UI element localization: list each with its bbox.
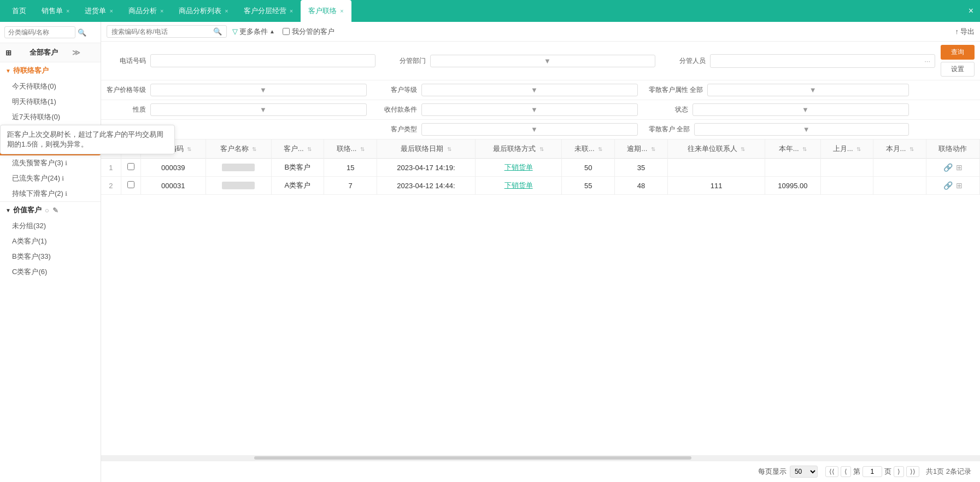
tab-product-analysis-list[interactable]: 商品分析列表 × [171,0,236,22]
row-checkbox[interactable] [127,163,134,170]
sidebar-item-today-pending[interactable]: 今天待联络(0) [0,79,101,94]
edit-icon[interactable]: ○ [45,206,49,214]
per-page-select[interactable]: 50 100 200 [790,466,818,478]
filter-item-status: 状态 ▼ [649,103,909,116]
action-link-icon[interactable]: 🔗 [943,163,953,172]
sort-icon-unit[interactable]: ⇅ [741,146,745,152]
sort-icon-lastmonth[interactable]: ⇅ [856,146,861,152]
page-number-input[interactable] [862,466,882,477]
close-product-analysis-list-tab[interactable]: × [225,8,228,14]
sort-icon-method[interactable]: ⇅ [539,146,544,152]
close-product-analysis-tab[interactable]: × [160,8,163,14]
tab-product-analysis[interactable]: 商品分析 × [121,0,171,22]
close-customer-tier-tab[interactable]: × [290,8,293,14]
sort-icon-year[interactable]: ⇅ [802,146,807,152]
sidebar-item-tomorrow-pending[interactable]: 明天待联络(1) [0,94,101,109]
sort-icon-type[interactable]: ⇅ [307,146,312,152]
sidebar-item-loss-warning[interactable]: 流失预警客户(3) ℹ [0,155,101,171]
pending-section-header[interactable]: ▼ 待联络客户 [0,62,101,79]
last-contact-method-link[interactable]: 下销货单 [504,163,533,171]
table-header-row: ⚙ 客户编码 ⇅ 客户名称 ⇅ [101,140,980,159]
sidebar-item-lost-customers[interactable]: 已流失客户(24) ℹ [0,171,101,186]
row-type-cell: A类客户 [271,177,324,195]
row-this-month-cell [873,177,926,195]
sort-icon-contact[interactable]: ⇅ [360,146,365,152]
sidebar-search-input[interactable] [4,26,75,38]
sidebar-item-7day-pending[interactable]: 近7天待联络(0) [0,109,101,125]
chevron-down-icon4: ▼ [809,86,904,94]
my-customers-checkbox-area[interactable]: 我分管的客户 [283,27,335,37]
sidebar-item-a-class[interactable]: A类客户(1) [0,234,101,249]
content-area: 🔍 ▽ 更多条件 ▲ 我分管的客户 ↑ 导出 电话号码 [101,22,980,482]
export-button[interactable]: ↑ 导出 [955,27,975,37]
search-button[interactable]: 🔍 [213,27,222,36]
filter-manager-input[interactable]: ··· [710,54,935,68]
row-checkbox[interactable] [127,181,134,188]
sort-icon-date[interactable]: ⇅ [447,146,451,152]
col-last-contact-method: 最后联络方式 ⇅ [475,140,562,159]
sort-icon-name[interactable]: ⇅ [252,146,256,152]
col-overdue: 逾期... ⇅ [615,140,668,159]
sidebar-collapse-button[interactable]: ≫ [72,48,80,57]
action-link-icon[interactable]: 🔗 [943,181,953,190]
filter-item-payment-terms: 收付款条件 ▼ [378,103,638,116]
tab-home[interactable]: 首页 [4,0,34,22]
chevron-down-icon5: ▼ [260,106,362,114]
row-checkbox-cell[interactable] [121,159,140,177]
total-records: 共1页 2条记录 [926,467,971,477]
tab-purchase[interactable]: 进货单 × [77,0,120,22]
last-page-button[interactable]: ⟩⟩ [906,466,919,477]
settings-button[interactable]: 设置 [941,62,975,77]
sidebar-item-c-class[interactable]: C类客户(6) [0,264,101,280]
filter-select-retail-customer[interactable]: ▼ [694,123,909,136]
search-input[interactable] [112,28,213,36]
my-customers-checkbox[interactable] [283,28,290,35]
sort-icon-uncontacted[interactable]: ⇅ [598,146,602,152]
filter-select-customer-type[interactable]: ▼ [421,123,638,136]
filter-item-customer-tier: 客户等级 ▼ [378,84,638,96]
tab-sales[interactable]: 销售单 × [34,0,77,22]
row-checkbox-cell[interactable] [121,177,140,195]
sort-icon-overdue[interactable]: ⇅ [651,146,655,152]
next-page-button[interactable]: ⟩ [894,466,904,477]
scrollbar-thumb[interactable] [254,456,691,460]
window-close-button[interactable]: × [969,6,973,16]
filter-row-4: ··· 客户类型 ▼ 零散客户 全部 ▼ [101,120,980,139]
query-button[interactable]: 查询 [941,45,975,60]
dots-icon: ··· [924,57,930,65]
sort-icon-code[interactable]: ⇅ [187,146,191,152]
top-navigation: 首页 销售单 × 进货单 × 商品分析 × 商品分析列表 × 客户分层经营 × … [0,0,980,22]
row-name-cell [206,159,272,177]
row-overdue-cell: 35 [615,159,668,177]
customer-name-blurred [222,164,255,171]
filter-select-status[interactable]: ▼ [693,103,909,116]
value-customer-section-header[interactable]: ▼ 价值客户 ○ ✎ [0,201,101,218]
filter-select-customer-tier[interactable]: ▼ [421,84,638,96]
close-sales-tab[interactable]: × [66,8,69,14]
close-purchase-tab[interactable]: × [109,8,113,14]
row-uncontacted-cell: 50 [562,159,615,177]
action-grid-icon[interactable]: ⊞ [956,163,963,172]
filter-select-payment-terms[interactable]: ▼ [421,103,638,116]
prev-page-button[interactable]: ⟨ [841,466,851,477]
filter-select-department[interactable]: ▼ [430,55,655,67]
sidebar-item-ungrouped[interactable]: 未分组(32) [0,218,101,234]
tab-customer-contact[interactable]: 客户联络 × [301,0,351,22]
filter-select-nature[interactable]: ▼ [150,103,367,116]
first-page-button[interactable]: ⟨⟨ [825,466,838,477]
value-customer-label: 价值客户 [13,205,42,215]
filter-select-retail-attr[interactable]: ▼ [707,84,909,96]
edit-icon2[interactable]: ✎ [52,206,58,214]
filter-select-price-tier[interactable]: ▼ [150,84,367,96]
filter-input-phone[interactable] [150,54,375,67]
more-conditions-button[interactable]: ▽ 更多条件 ▲ [232,27,275,37]
action-grid-icon[interactable]: ⊞ [956,181,963,190]
close-customer-contact-tab[interactable]: × [340,8,343,14]
sort-icon-thismonth[interactable]: ⇅ [909,146,914,152]
sidebar-item-declining-customers[interactable]: 持续下滑客户(2) ℹ [0,186,101,201]
sidebar-item-b-class[interactable]: B类客户(33) [0,249,101,264]
horizontal-scrollbar[interactable] [101,455,980,461]
last-contact-method-link[interactable]: 下销货单 [504,181,533,189]
sidebar-search-icon[interactable]: 🔍 [78,28,86,37]
tab-customer-tier[interactable]: 客户分层经营 × [236,0,301,22]
